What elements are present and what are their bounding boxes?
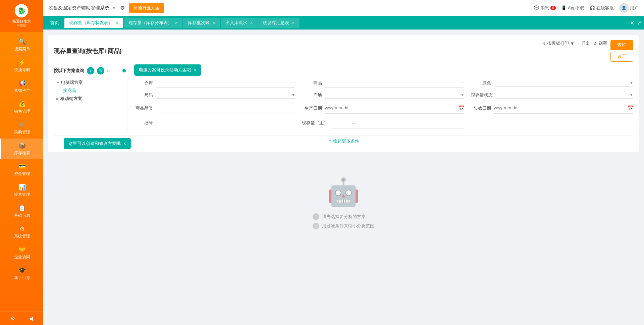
system-select-arrow[interactable]: ▼ bbox=[112, 6, 116, 10]
sidebar-item-operations[interactable]: 📊 经营管理 bbox=[0, 180, 43, 201]
step-1-text: 请先选择要分析的方案 bbox=[322, 214, 366, 220]
tab-inventory-status[interactable]: 现存量（库存状况表） ✕ bbox=[64, 18, 123, 28]
tab-close-icon[interactable]: ✕ bbox=[115, 21, 118, 25]
support-icon: 🎧 bbox=[590, 5, 595, 10]
sidebar-item-guide[interactable]: 🎓 新手引导 bbox=[0, 263, 43, 284]
sidebar-item-purchase[interactable]: 🛒 采购管理 bbox=[0, 118, 43, 139]
support-item[interactable]: 🎧 在线客服 bbox=[590, 5, 614, 11]
sidebar-footer: ⚙ ◀ bbox=[0, 312, 43, 325]
tooltip2-close-btn[interactable]: × bbox=[123, 141, 126, 146]
sidebar-collapse-btn[interactable]: ◀ bbox=[29, 315, 33, 322]
tab-label: 出入库流水 bbox=[225, 20, 247, 26]
header-left: 装备及固定资产辅助管理系统 ▼ ⚙ 体验行业方案 bbox=[48, 3, 164, 13]
batch-no-input[interactable] bbox=[156, 119, 295, 127]
production-date-calendar-icon[interactable]: 📅 bbox=[459, 105, 464, 111]
inventory-qty-from[interactable] bbox=[331, 119, 351, 127]
title-actions: 🖨 按模板打印 ▼ ↑ 导出 ↺ 刷新 bbox=[541, 40, 607, 46]
basic-info-icon: 📋 bbox=[18, 204, 26, 212]
tabs-maximize-btn[interactable]: ⤢ bbox=[637, 20, 641, 26]
production-date-input[interactable] bbox=[325, 104, 457, 112]
tab-inventory-dist[interactable]: 现存量（库存分布表） ✕ bbox=[124, 18, 182, 28]
avatar: 👤 bbox=[619, 3, 629, 13]
set-button[interactable]: 设置 bbox=[610, 52, 633, 62]
filter-origin: 产地 ▼ bbox=[302, 92, 464, 99]
tooltip1-close-btn[interactable]: × bbox=[194, 67, 197, 73]
scheme-item-label: 接商品 bbox=[63, 88, 76, 94]
tabs-close-all-btn[interactable]: ✕ bbox=[630, 20, 634, 26]
refresh-btn[interactable]: ↺ 刷新 bbox=[593, 40, 607, 46]
tab-collect-summary[interactable]: 收发存汇总表 ✕ bbox=[258, 18, 300, 28]
size-label: 尺码 bbox=[133, 92, 153, 98]
header-gear-btn[interactable]: ⚙ bbox=[120, 5, 125, 11]
empty-step-1: 1 请先选择要分析的方案 bbox=[313, 213, 374, 220]
system-name: 装备及固定资产辅助管理系统 bbox=[48, 5, 109, 11]
sidebar: 🐉 畅通好生意 标准版 🔍 搜索菜单 ⚡ 快捷导航 📢 营销推广 💰 销售管理 … bbox=[0, 0, 43, 325]
dropdown-arrow-icon: ▼ bbox=[570, 41, 575, 46]
empty-step-2: 2 用过滤条件来缩小分析范围 bbox=[313, 223, 374, 229]
sidebar-item-marketing[interactable]: 📢 营销推广 bbox=[0, 76, 43, 97]
warehouse-dots[interactable]: ··· bbox=[291, 80, 295, 86]
sidebar-item-system[interactable]: ⚙ 系统管理 bbox=[0, 222, 43, 242]
query-button[interactable]: 查询 bbox=[610, 40, 633, 50]
tab-close-icon[interactable]: ✕ bbox=[212, 21, 215, 25]
refresh-icon: ↺ bbox=[593, 41, 597, 46]
filter-add-btn[interactable]: + bbox=[87, 67, 94, 74]
tab-label: 库存批次账 bbox=[188, 20, 210, 26]
filter-edit-btn[interactable]: ✎ bbox=[97, 67, 104, 74]
app-download-item[interactable]: 📱 App下载 bbox=[561, 5, 584, 11]
goods-type-input[interactable] bbox=[156, 104, 295, 112]
filter-empty-col bbox=[471, 118, 633, 128]
app-icon: 📱 bbox=[561, 5, 567, 10]
export-btn[interactable]: ↑ 导出 bbox=[578, 40, 590, 46]
template-print-btn[interactable]: 🖨 按模板打印 ▼ bbox=[541, 40, 575, 46]
filter-warehouse: 仓库 ··· bbox=[133, 78, 295, 88]
origin-dropdown-icon[interactable]: ▼ bbox=[461, 93, 464, 97]
sidebar-nav: 🔍 搜索菜单 ⚡ 快捷导航 📢 营销推广 💰 销售管理 🛒 采购管理 📦 库存核… bbox=[0, 32, 43, 312]
scheme-desktop[interactable]: ▼ 电脑端方案 bbox=[54, 78, 124, 87]
trial-btn[interactable]: 体验行业方案 bbox=[129, 3, 164, 13]
scheme-mobile[interactable]: ▶ 移动端方案 bbox=[54, 95, 124, 103]
expiry-date-label: 失效日期 bbox=[471, 105, 491, 111]
system-icon: ⚙ bbox=[19, 225, 25, 232]
expiry-date-calendar-icon[interactable]: 📅 bbox=[628, 105, 633, 111]
color-dropdown-icon[interactable]: ▼ bbox=[630, 81, 633, 85]
sidebar-item-label: 营销推广 bbox=[14, 88, 30, 94]
scheme-tree: ▼ 电脑端方案 接商品 ▶ 移动端方案 bbox=[54, 78, 124, 103]
sidebar-item-basic-info[interactable]: 📋 基础信息 bbox=[0, 201, 43, 222]
goods-dots[interactable]: ··· bbox=[460, 80, 464, 86]
sidebar-item-quick-nav[interactable]: ⚡ 快捷导航 bbox=[0, 55, 43, 76]
origin-label: 产地 bbox=[302, 92, 322, 98]
main-content: 装备及固定资产辅助管理系统 ▼ ⚙ 体验行业方案 💬 消息 6 📱 App下载 … bbox=[43, 0, 644, 325]
message-item[interactable]: 💬 消息 6 bbox=[534, 5, 556, 11]
inventory-qty-to[interactable] bbox=[358, 119, 378, 127]
tab-inout-flow[interactable]: 出入库流水 ✕ bbox=[221, 18, 258, 28]
sidebar-item-search[interactable]: 🔍 搜索菜单 bbox=[0, 35, 43, 55]
sidebar-item-label: 系统管理 bbox=[14, 233, 30, 239]
tab-batch-account[interactable]: 库存批次账 ✕ bbox=[183, 18, 220, 28]
sidebar-item-finance[interactable]: 💳 资金管理 bbox=[0, 159, 43, 180]
user-item[interactable]: 👤 用户 bbox=[619, 3, 639, 13]
tab-close-icon[interactable]: ✕ bbox=[250, 21, 253, 25]
tab-close-icon[interactable]: ✕ bbox=[175, 21, 178, 25]
guide-icon: 🎓 bbox=[18, 267, 26, 274]
scheme-item-goods[interactable]: 接商品 bbox=[60, 87, 124, 95]
sidebar-item-label: 销售管理 bbox=[14, 109, 30, 114]
size-dropdown-icon[interactable]: ▼ bbox=[291, 93, 295, 97]
sidebar-item-enterprise[interactable]: 🤝 企业协同 bbox=[0, 242, 43, 263]
tab-label: 现存量（库存状况表） bbox=[69, 20, 113, 26]
message-icon: 💬 bbox=[534, 5, 539, 10]
sidebar-item-label: 企业协同 bbox=[14, 254, 30, 260]
inventory-state-dropdown-icon[interactable]: ▼ bbox=[630, 93, 633, 97]
sidebar-settings-btn[interactable]: ⚙ bbox=[10, 315, 15, 322]
tab-close-icon[interactable]: ✕ bbox=[292, 21, 295, 25]
sidebar-item-inventory[interactable]: 📦 库存核算 bbox=[0, 139, 43, 159]
tabs-bar: 首页 现存量（库存状况表） ✕ 现存量（库存分布表） ✕ 库存批次账 ✕ 出入库… bbox=[43, 16, 644, 30]
scheme-mobile-label: 移动端方案 bbox=[60, 96, 82, 102]
expiry-date-input[interactable] bbox=[494, 104, 626, 112]
inventory-state-label: 现存量状态 bbox=[471, 92, 493, 98]
sidebar-item-label: 资金管理 bbox=[14, 171, 30, 177]
collapse-bar[interactable]: ⌃ 收起更多条件 bbox=[54, 135, 633, 147]
tab-home[interactable]: 首页 bbox=[46, 18, 64, 28]
sidebar-item-sales[interactable]: 💰 销售管理 bbox=[0, 97, 43, 118]
filter-back-btn[interactable]: « bbox=[107, 68, 110, 74]
